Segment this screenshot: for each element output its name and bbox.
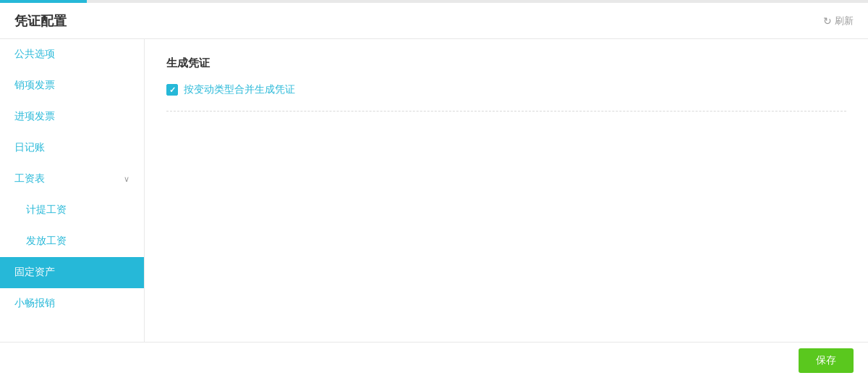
sidebar-item-label: 进项发票 — [14, 110, 55, 123]
sidebar-item-label: 公共选项 — [14, 48, 55, 61]
section-divider — [166, 111, 846, 112]
save-button[interactable]: 保存 — [799, 348, 854, 373]
top-bar-active-indicator — [0, 0, 87, 3]
sidebar-item-fixed-assets[interactable]: 固定资产 — [0, 257, 144, 288]
sidebar-item-label: 发放工资 — [26, 235, 67, 248]
sidebar-item-accrual-payroll[interactable]: 计提工资 — [0, 195, 144, 226]
chevron-down-icon: ∨ — [124, 175, 129, 184]
page-wrapper: 凭证配置 ↻ 刷新 公共选项销项发票进项发票日记账工资表∨计提工资发放工资固定资… — [0, 0, 868, 378]
sidebar-item-label: 工资表 — [14, 172, 45, 185]
sidebar-item-label: 小畅报销 — [14, 297, 55, 310]
page-footer: 保存 — [0, 342, 868, 378]
main-layout: 公共选项销项发票进项发票日记账工资表∨计提工资发放工资固定资产小畅报销 生成凭证… — [0, 39, 868, 342]
sidebar-item-journal[interactable]: 日记账 — [0, 133, 144, 164]
page-header: 凭证配置 ↻ 刷新 — [0, 3, 868, 39]
content-area: 生成凭证 按变动类型合并生成凭证 — [145, 39, 868, 342]
page-title: 凭证配置 — [14, 12, 67, 30]
refresh-label: 刷新 — [835, 14, 854, 28]
sidebar-item-petty-expense[interactable]: 小畅报销 — [0, 288, 144, 319]
sidebar-item-purchase-invoice[interactable]: 进项发票 — [0, 101, 144, 133]
refresh-button[interactable]: ↻ 刷新 — [823, 14, 854, 28]
sidebar-item-payment-payroll[interactable]: 发放工资 — [0, 226, 144, 257]
section-title: 生成凭证 — [166, 56, 846, 70]
sidebar-item-sales-invoice[interactable]: 销项发票 — [0, 70, 144, 101]
sidebar-item-payroll-table[interactable]: 工资表∨ — [0, 164, 144, 195]
sidebar-item-label: 固定资产 — [14, 266, 55, 279]
refresh-icon: ↻ — [823, 15, 832, 27]
sidebar-item-public-options[interactable]: 公共选项 — [0, 39, 144, 70]
merge-voucher-checkbox[interactable] — [166, 84, 178, 96]
sidebar-item-label: 计提工资 — [26, 203, 67, 217]
sidebar-item-label: 销项发票 — [14, 79, 55, 92]
sidebar: 公共选项销项发票进项发票日记账工资表∨计提工资发放工资固定资产小畅报销 — [0, 39, 145, 342]
merge-voucher-label[interactable]: 按变动类型合并生成凭证 — [184, 83, 295, 96]
top-bar — [0, 0, 868, 3]
merge-voucher-row: 按变动类型合并生成凭证 — [166, 83, 846, 96]
sidebar-item-label: 日记账 — [14, 141, 45, 154]
